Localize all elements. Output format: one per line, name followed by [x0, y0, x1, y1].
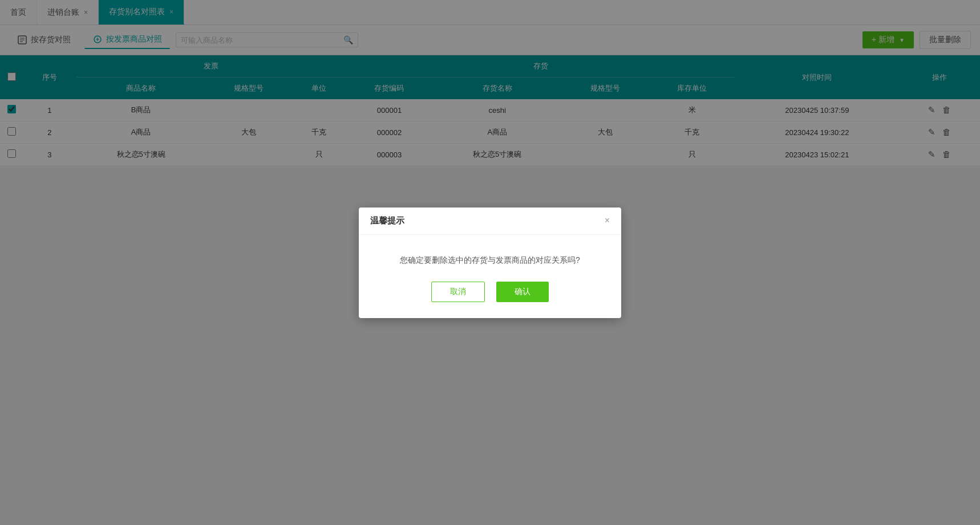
modal-overlay: 温馨提示 × 您确定要删除选中的存货与发票商品的对应关系吗? 取消 确认 — [0, 0, 980, 166]
